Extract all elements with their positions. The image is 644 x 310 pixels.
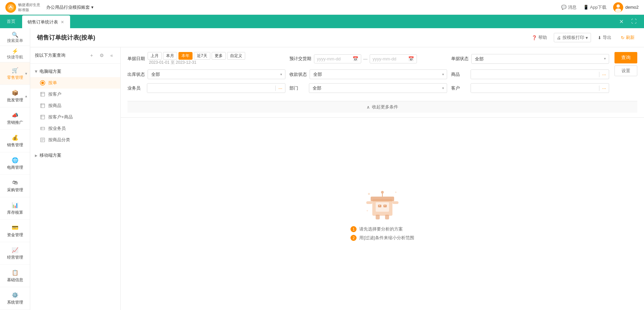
scheme-item-by-customer-product[interactable]: 按客户+商品: [30, 111, 120, 123]
app-name-dropdown[interactable]: 办公用品行业模拟账套 ▾: [44, 3, 96, 12]
outbound-select[interactable]: 全部: [148, 69, 285, 79]
sidebar-item-finance[interactable]: 💳 资金管理: [0, 220, 30, 242]
basic-icon: 📋: [11, 269, 19, 276]
user-avatar-area[interactable]: demo2: [613, 2, 639, 12]
customer-icon: [40, 91, 46, 97]
svg-point-25: [367, 210, 368, 211]
svg-rect-7: [41, 92, 45, 96]
calendar-to-icon[interactable]: 📅: [408, 56, 414, 61]
operations-icon: 📈: [11, 246, 19, 254]
filter-data-panel: 单据日期 上月 本月 本年 近7天 更多 自定义: [121, 47, 644, 310]
help-btn[interactable]: ❓ 帮助: [529, 33, 550, 42]
marketing-icon: 📣: [11, 111, 19, 119]
tab-bar: 首页 销售订单统计表 ✕ ✕ ⛶: [0, 15, 644, 28]
wholesale-icon: 📦: [11, 89, 19, 96]
sidebar-item-sales[interactable]: 💰 销售管理: [0, 130, 30, 152]
empty-illustration: [362, 187, 402, 221]
scheme-collapse-btn[interactable]: «: [108, 51, 116, 59]
scheme-item-by-product[interactable]: 按商品: [30, 100, 120, 111]
page-header-actions: ❓ 帮助 🖨 按模板打印 ▾ ⬇ 导出 ↻ 刷新: [529, 33, 637, 42]
date-from-input[interactable]: [317, 55, 351, 63]
salesperson-more-btn[interactable]: ···: [275, 86, 285, 91]
salesperson-input[interactable]: [147, 84, 275, 93]
date-control: 上月 本月 本年 近7天 更多 自定义 2023-01-01 至 2023-12…: [148, 52, 285, 65]
sidebar-item-purchase[interactable]: 🛍 采购管理: [0, 175, 30, 197]
receipt-select[interactable]: 全部: [310, 69, 447, 79]
data-area: 1 请先选择要分析的方案 2 用[过滤]条件来缩小分析范围: [121, 118, 644, 310]
scheme-add-btn[interactable]: +: [88, 51, 96, 59]
dept-select[interactable]: 全部: [309, 83, 447, 93]
query-button[interactable]: 查询: [614, 52, 637, 63]
search-icon: 🔍: [3, 32, 27, 38]
sidebar-search[interactable]: 🔍 搜索菜单: [0, 28, 30, 46]
panel-layout: 按以下方案查询 + ⚙ « ▶ 电脑端方案: [30, 47, 644, 310]
scheme-header: 按以下方案查询 + ⚙ «: [30, 47, 120, 64]
product-input[interactable]: [471, 70, 599, 79]
tip-number-2: 2: [351, 235, 357, 241]
collapse-icon: ∧: [367, 105, 370, 110]
status-select-wrapper: 全部 草稿 已审核 已完成: [471, 54, 609, 64]
settings-button[interactable]: 设置: [614, 65, 637, 76]
status-select[interactable]: 全部 草稿 已审核 已完成: [471, 54, 609, 64]
customer-more-btn[interactable]: ···: [599, 86, 609, 91]
svg-point-3: [616, 4, 620, 8]
tab-minimize-btn[interactable]: ✕: [616, 17, 626, 26]
scheme-item-by-category[interactable]: 按商品分类: [30, 134, 120, 146]
export-btn[interactable]: ⬇ 导出: [595, 33, 614, 42]
template-print-btn[interactable]: 🖨 按模板打印 ▾: [554, 33, 591, 42]
scheme-settings-btn[interactable]: ⚙: [98, 51, 106, 59]
sidebar-item-retail[interactable]: 🛒 零售管理 ▼: [0, 62, 30, 85]
outbound-control: 全部: [148, 69, 285, 79]
svg-point-34: [381, 191, 384, 194]
filter-row-1: 单据日期 上月 本月 本年 近7天 更多 自定义: [127, 52, 609, 65]
scheme-group-mobile-header[interactable]: ▶ 移动端方案: [30, 150, 120, 161]
date-btn-this-year[interactable]: 本年: [178, 52, 193, 60]
customer-input[interactable]: [471, 84, 599, 93]
sidebar-item-ecommerce[interactable]: 🌐 电商管理: [0, 152, 30, 175]
sidebar-item-wholesale[interactable]: 📦 批发管理 ▲: [0, 85, 30, 107]
date-btn-this-month[interactable]: 本月: [163, 52, 177, 60]
tab-current[interactable]: 销售订单统计表 ✕: [22, 15, 70, 29]
app-download-action[interactable]: 📱 App下载: [583, 4, 606, 10]
inventory-icon: 📊: [11, 201, 19, 209]
sidebar-item-marketing[interactable]: 📣 营销推广: [0, 107, 30, 130]
calendar-from-icon[interactable]: 📅: [353, 56, 358, 61]
tab-maximize-btn[interactable]: ⛶: [629, 17, 639, 26]
outbound-select-wrapper: 全部: [148, 69, 285, 79]
sidebar-item-basic[interactable]: 📋 基础信息: [0, 265, 30, 287]
refresh-btn[interactable]: ↻ 刷新: [618, 33, 637, 42]
sidebar-item-inventory[interactable]: 📊 库存核算: [0, 197, 30, 220]
date-btn-last-month[interactable]: 上月: [148, 52, 162, 60]
scheme-group-pc-header[interactable]: ▶ 电脑端方案: [30, 66, 120, 77]
svg-rect-31: [379, 205, 380, 206]
scheme-group-mobile: ▶ 移动端方案: [30, 148, 120, 163]
page-header: 销售订单统计表(按单) ❓ 帮助 🖨 按模板打印 ▾ ⬇ 导出 ↻ 刷新: [30, 28, 644, 47]
filter-content-wrapper: 单据日期 上月 本月 本年 近7天 更多 自定义: [127, 52, 637, 97]
date-btn-custom[interactable]: 自定义: [227, 52, 245, 60]
svg-point-24: [395, 192, 396, 193]
message-action[interactable]: 💬 消息: [561, 4, 577, 10]
product-more-btn[interactable]: ···: [599, 72, 609, 77]
scheme-item-by-order[interactable]: 按单: [30, 77, 120, 89]
filter-dept-group: 部门 全部: [289, 83, 447, 93]
scheme-group-mobile-arrow: ▶: [35, 154, 38, 157]
salesperson-input-group: ···: [147, 83, 285, 93]
sidebar-item-system[interactable]: ⚙️ 系统管理: [0, 287, 30, 310]
filter-expected-date-group: 预计交货期 📅 —: [289, 54, 447, 63]
receipt-label: 收款状态: [289, 71, 307, 78]
scheme-item-by-customer[interactable]: 按客户: [30, 89, 120, 100]
sidebar-quicknav[interactable]: ⚡ 快捷导航: [0, 46, 30, 62]
tab-close-btn[interactable]: ✕: [60, 19, 65, 25]
svg-point-4: [615, 8, 621, 12]
scheme-header-icons: + ⚙ «: [88, 51, 116, 59]
scheme-item-by-salesperson[interactable]: 按业务员: [30, 123, 120, 134]
sidebar-item-operations[interactable]: 📈 经营管理: [0, 242, 30, 265]
collapse-bar[interactable]: ∧ 收起更多条件: [127, 101, 637, 113]
tab-home[interactable]: 首页: [0, 15, 22, 28]
svg-point-1: [10, 6, 11, 7]
date-btn-7days[interactable]: 近7天: [194, 52, 210, 60]
date-to-input[interactable]: [373, 55, 406, 63]
logo-icon: [5, 2, 16, 13]
filter-status-group: 单据状态 全部 草稿 已审核 已完成: [451, 54, 609, 64]
date-btn-more[interactable]: 更多: [212, 52, 226, 60]
